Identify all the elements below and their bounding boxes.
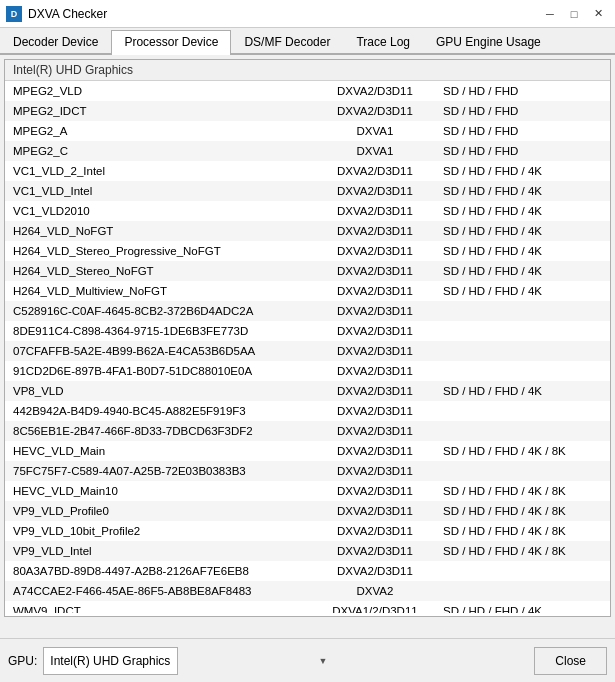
- codec-api: DXVA2/D3D11: [315, 181, 435, 201]
- title-bar: D DXVA Checker ─ □ ✕: [0, 0, 615, 28]
- table-row: C528916C-C0AF-4645-8CB2-372B6D4ADC2ADXVA…: [5, 301, 610, 321]
- codec-name: HEVC_VLD_Main10: [5, 481, 315, 501]
- codec-resolution: [435, 401, 610, 421]
- table-row: 8C56EB1E-2B47-466F-8D33-7DBCD63F3DF2DXVA…: [5, 421, 610, 441]
- codec-resolution: [435, 361, 610, 381]
- codec-name: 8C56EB1E-2B47-466F-8D33-7DBCD63F3DF2: [5, 421, 315, 441]
- codec-resolution: [435, 461, 610, 481]
- codec-resolution: SD / HD / FHD: [435, 101, 610, 121]
- minimize-button[interactable]: ─: [539, 5, 561, 23]
- codec-resolution: [435, 301, 610, 321]
- codec-resolution: [435, 561, 610, 581]
- codec-api: DXVA2/D3D11: [315, 241, 435, 261]
- table-row: HEVC_VLD_Main10DXVA2/D3D11SD / HD / FHD …: [5, 481, 610, 501]
- codec-name: H264_VLD_NoFGT: [5, 221, 315, 241]
- codec-api: DXVA2/D3D11: [315, 401, 435, 421]
- table-row: HEVC_VLD_MainDXVA2/D3D11SD / HD / FHD / …: [5, 441, 610, 461]
- codec-resolution: SD / HD / FHD / 4K: [435, 381, 610, 401]
- codec-api: DXVA2/D3D11: [315, 461, 435, 481]
- codec-api: DXVA2/D3D11: [315, 441, 435, 461]
- codec-name: HEVC_VLD_Main: [5, 441, 315, 461]
- table-row: VP9_VLD_IntelDXVA2/D3D11SD / HD / FHD / …: [5, 541, 610, 561]
- codec-name: VC1_VLD_Intel: [5, 181, 315, 201]
- window-title: DXVA Checker: [28, 7, 107, 21]
- table-row: VC1_VLD2010DXVA2/D3D11SD / HD / FHD / 4K: [5, 201, 610, 221]
- codec-api: DXVA2/D3D11: [315, 341, 435, 361]
- codec-resolution: SD / HD / FHD / 4K: [435, 241, 610, 261]
- codec-api: DXVA1: [315, 121, 435, 141]
- codec-api: DXVA2/D3D11: [315, 521, 435, 541]
- table-row: VP8_VLDDXVA2/D3D11SD / HD / FHD / 4K: [5, 381, 610, 401]
- table-container[interactable]: MPEG2_VLDDXVA2/D3D11SD / HD / FHDMPEG2_I…: [5, 81, 610, 613]
- codec-name: 07CFAFFB-5A2E-4B99-B62A-E4CA53B6D5AA: [5, 341, 315, 361]
- table-row: 442B942A-B4D9-4940-BC45-A882E5F919F3DXVA…: [5, 401, 610, 421]
- gpu-select[interactable]: Intel(R) UHD Graphics: [43, 647, 178, 675]
- table-row: VP9_VLD_Profile0DXVA2/D3D11SD / HD / FHD…: [5, 501, 610, 521]
- table-row: MPEG2_IDCTDXVA2/D3D11SD / HD / FHD: [5, 101, 610, 121]
- codec-api: DXVA2/D3D11: [315, 361, 435, 381]
- codec-api: DXVA2/D3D11: [315, 101, 435, 121]
- codec-api: DXVA1: [315, 141, 435, 161]
- codec-api: DXVA2/D3D11: [315, 561, 435, 581]
- close-button[interactable]: Close: [534, 647, 607, 675]
- codec-resolution: SD / HD / FHD / 4K: [435, 161, 610, 181]
- table-row: H264_VLD_Stereo_Progressive_NoFGTDXVA2/D…: [5, 241, 610, 261]
- codec-resolution: SD / HD / FHD / 4K / 8K: [435, 441, 610, 461]
- maximize-button[interactable]: □: [563, 5, 585, 23]
- codec-api: DXVA1/2/D3D11: [315, 601, 435, 613]
- codec-resolution: SD / HD / FHD / 4K / 8K: [435, 481, 610, 501]
- tab-decoder-device[interactable]: Decoder Device: [0, 30, 111, 53]
- device-header: Intel(R) UHD Graphics: [5, 60, 610, 81]
- codec-api: DXVA2/D3D11: [315, 301, 435, 321]
- codec-api: DXVA2/D3D11: [315, 501, 435, 521]
- codec-name: VC1_VLD_2_Intel: [5, 161, 315, 181]
- codec-api: DXVA2/D3D11: [315, 221, 435, 241]
- codec-name: MPEG2_A: [5, 121, 315, 141]
- codec-name: VP9_VLD_Profile0: [5, 501, 315, 521]
- codec-resolution: SD / HD / FHD: [435, 141, 610, 161]
- codec-resolution: SD / HD / FHD / 4K: [435, 261, 610, 281]
- tab-trace-log[interactable]: Trace Log: [343, 30, 423, 53]
- codec-name: A74CCAE2-F466-45AE-86F5-AB8BE8AF8483: [5, 581, 315, 601]
- tab-gpu-engine-usage[interactable]: GPU Engine Usage: [423, 30, 554, 53]
- codec-name: VC1_VLD2010: [5, 201, 315, 221]
- codec-api: DXVA2/D3D11: [315, 281, 435, 301]
- codec-api: DXVA2/D3D11: [315, 481, 435, 501]
- codec-name: MPEG2_IDCT: [5, 101, 315, 121]
- table-row: VC1_VLD_IntelDXVA2/D3D11SD / HD / FHD / …: [5, 181, 610, 201]
- codec-name: 91CD2D6E-897B-4FA1-B0D7-51DC88010E0A: [5, 361, 315, 381]
- table-row: MPEG2_CDXVA1SD / HD / FHD: [5, 141, 610, 161]
- codec-name: VP9_VLD_10bit_Profile2: [5, 521, 315, 541]
- table-row: MPEG2_ADXVA1SD / HD / FHD: [5, 121, 610, 141]
- codec-name: 442B942A-B4D9-4940-BC45-A882E5F919F3: [5, 401, 315, 421]
- codec-resolution: [435, 421, 610, 441]
- codec-api: DXVA2/D3D11: [315, 381, 435, 401]
- table-row: 80A3A7BD-89D8-4497-A2B8-2126AF7E6EB8DXVA…: [5, 561, 610, 581]
- codec-resolution: [435, 341, 610, 361]
- title-bar-left: D DXVA Checker: [6, 6, 107, 22]
- close-window-button[interactable]: ✕: [587, 5, 609, 23]
- codec-api: DXVA2/D3D11: [315, 321, 435, 341]
- codec-name: C528916C-C0AF-4645-8CB2-372B6D4ADC2A: [5, 301, 315, 321]
- codec-resolution: SD / HD / FHD / 4K: [435, 281, 610, 301]
- table-row: H264_VLD_Multiview_NoFGTDXVA2/D3D11SD / …: [5, 281, 610, 301]
- codec-resolution: SD / HD / FHD / 4K / 8K: [435, 501, 610, 521]
- codec-resolution: SD / HD / FHD / 4K: [435, 181, 610, 201]
- table-row: VC1_VLD_2_IntelDXVA2/D3D11SD / HD / FHD …: [5, 161, 610, 181]
- codec-api: DXVA2/D3D11: [315, 161, 435, 181]
- codec-api: DXVA2/D3D11: [315, 81, 435, 101]
- codec-name: WMV9_IDCT: [5, 601, 315, 613]
- codec-name: VP9_VLD_Intel: [5, 541, 315, 561]
- codec-name: 80A3A7BD-89D8-4497-A2B8-2126AF7E6EB8: [5, 561, 315, 581]
- tab-processor-device[interactable]: Processor Device: [111, 30, 231, 55]
- codec-name: H264_VLD_Stereo_Progressive_NoFGT: [5, 241, 315, 261]
- tab-dsmf-decoder[interactable]: DS/MF Decoder: [231, 30, 343, 53]
- codec-resolution: SD / HD / FHD: [435, 121, 610, 141]
- codec-api: DXVA2/D3D11: [315, 201, 435, 221]
- codec-api: DXVA2/D3D11: [315, 261, 435, 281]
- app-icon: D: [6, 6, 22, 22]
- table-row: 91CD2D6E-897B-4FA1-B0D7-51DC88010E0ADXVA…: [5, 361, 610, 381]
- table-row: H264_VLD_Stereo_NoFGTDXVA2/D3D11SD / HD …: [5, 261, 610, 281]
- codec-api: DXVA2: [315, 581, 435, 601]
- codec-resolution: SD / HD / FHD / 4K: [435, 201, 610, 221]
